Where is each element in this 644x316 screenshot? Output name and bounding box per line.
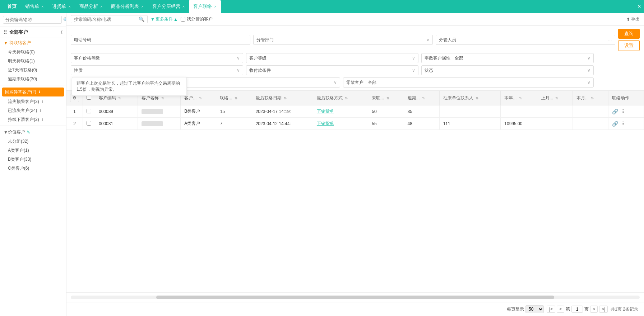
sort-type-icon[interactable]: ⇅ xyxy=(199,96,202,100)
nav-product-analysis[interactable]: 商品分析 × xyxy=(75,0,107,13)
per-page-select[interactable]: 10 20 50 100 xyxy=(525,305,544,313)
sort-last-date-icon[interactable]: ⇅ xyxy=(284,96,287,100)
filter-scattered-attr[interactable]: 零散客户属性 全部 ∨ xyxy=(421,53,594,63)
sidebar-group-value[interactable]: ▼ 价值客户 ✎ xyxy=(0,127,66,137)
first-page-btn[interactable]: |< xyxy=(547,306,555,313)
sidebar-item-lost[interactable]: 已流失客户(24) ℹ xyxy=(0,106,66,115)
sidebar-item-today[interactable]: 今天待联络(0) xyxy=(0,48,66,57)
row1-contact-count: 15 xyxy=(216,105,252,118)
row2-select-checkbox[interactable] xyxy=(87,121,91,126)
adv-filter-row-3: 性质 ∨ 收付款条件 ∨ 状态 ∨ xyxy=(71,65,640,75)
row1-link-icon[interactable]: 🔗 xyxy=(612,109,618,114)
set-button[interactable]: 设置 xyxy=(618,40,640,51)
sidebar-item-a-class[interactable]: A类客户(1) xyxy=(0,146,66,155)
close-product-list-icon[interactable]: × xyxy=(141,4,143,9)
sidebar-search-icon[interactable]: 🔍 xyxy=(63,17,66,23)
search-input[interactable] xyxy=(74,17,139,22)
sidebar-collapse-btn[interactable]: 《 xyxy=(59,30,62,35)
sort-code-icon[interactable]: ⇅ xyxy=(118,96,121,100)
chevron-down-icon-dept: ∨ xyxy=(426,37,430,42)
sort-name-icon[interactable]: ⇅ xyxy=(161,96,164,100)
sidebar-item-loss-warning[interactable]: 流失预警客户(3) ℹ xyxy=(0,97,66,106)
row2-this-year: 10995.00 xyxy=(501,118,537,130)
filter-payment[interactable]: 收付款条件 ∨ xyxy=(246,65,418,75)
sort-contacts-icon[interactable]: ⇅ xyxy=(476,96,478,100)
ellipsis-icon: … xyxy=(608,37,612,42)
query-button[interactable]: 查询 xyxy=(618,29,640,39)
nav-customer-contact[interactable]: 客户联络 × xyxy=(189,0,221,13)
sidebar-item-ungroup[interactable]: 未分组(32) xyxy=(0,137,66,146)
chevron-down-icon-scattered: ∨ xyxy=(587,56,590,61)
sidebar-item-7days[interactable]: 近7天待联络(0) xyxy=(0,66,66,75)
sidebar-item-tomorrow[interactable]: 明天待联络(1) xyxy=(0,57,66,66)
nav-customer-tier[interactable]: 客户分层经营 × xyxy=(148,0,189,13)
row1-select-checkbox[interactable] xyxy=(87,109,91,113)
filter-person[interactable]: 分管人员 … xyxy=(436,35,615,45)
sidebar-item-declining[interactable]: 持续下滑客户(2) ℹ xyxy=(0,115,66,124)
sort-last-month-icon[interactable]: ⇅ xyxy=(555,96,558,100)
filter-scattered-customer[interactable]: 零散客户 全部 ∨ xyxy=(343,77,594,88)
chevron-down-icon-nature: ∨ xyxy=(237,68,240,73)
close-product-icon[interactable]: × xyxy=(100,4,102,9)
main-layout: 🔍 ⠿ 全部客户 《 ▼ 待联络客户 今天待联络(0) 明天待联络(1) 近7天… xyxy=(0,13,644,316)
filter-phone[interactable]: 电话号码 xyxy=(71,35,250,45)
next-page-btn[interactable]: > xyxy=(590,306,598,313)
my-customers-checkbox-wrap: 我分管的客户 xyxy=(181,16,213,22)
more-filter-btn[interactable]: ▼ 更多条件 ▲ xyxy=(150,16,178,22)
tooltip-box: 距客户上次交易时长，超过了此客户的平均交易周期的1.5倍，则视为异常。 xyxy=(72,77,187,96)
page-input[interactable] xyxy=(571,306,583,313)
table-row: 2 000031 A类客户 7 2023-04-12 14:44: 下销货单 5… xyxy=(66,118,644,130)
sort-this-year-icon[interactable]: ⇅ xyxy=(519,96,522,100)
sidebar-search-input[interactable] xyxy=(3,16,62,24)
export-btn[interactable]: ⬆ 导出 xyxy=(626,16,640,22)
nav-product-list[interactable]: 商品分析列表 × xyxy=(107,0,148,13)
grid-icon: ⠿ xyxy=(4,30,7,35)
nav-home[interactable]: 首页 xyxy=(3,0,21,13)
row1-last-type[interactable]: 下销货单 xyxy=(313,105,368,118)
row2-last-date: 2023-04-12 14:44: xyxy=(252,118,313,130)
row2-phone-icon[interactable]: ⠿ xyxy=(621,121,625,127)
sidebar-item-repurchase-abnormal[interactable]: 回购异常客户(2) ℹ xyxy=(2,88,64,96)
col-last-type: 最后联络方式 ⇅ xyxy=(313,91,368,105)
nav-purchase[interactable]: 进货单 × xyxy=(48,0,75,13)
prev-page-btn[interactable]: < xyxy=(557,306,564,313)
edit-icon[interactable]: ✎ xyxy=(27,130,30,135)
close-customer-contact-icon[interactable]: × xyxy=(214,4,216,9)
sort-no-contact-icon[interactable]: ⇅ xyxy=(386,96,389,100)
sort-this-month-icon[interactable]: ⇅ xyxy=(591,96,594,100)
app-close-icon[interactable]: × xyxy=(637,3,641,10)
row1-actions: 🔗 ⠿ xyxy=(608,105,644,118)
sort-contact-count-icon[interactable]: ⇅ xyxy=(235,96,237,100)
sort-overdue-icon[interactable]: ⇅ xyxy=(422,96,425,100)
row2-link-icon[interactable]: 🔗 xyxy=(612,121,618,127)
sidebar-item-b-class[interactable]: B类客户(33) xyxy=(0,155,66,164)
row1-last-month xyxy=(537,105,573,118)
info-icon-1: ℹ xyxy=(42,100,43,104)
all-customers-title: ⠿ 全部客户 《 xyxy=(0,27,66,38)
close-purchase-icon[interactable]: × xyxy=(68,4,70,9)
row1-contacts xyxy=(439,105,501,118)
filter-nature[interactable]: 性质 ∨ xyxy=(71,65,243,75)
row1-phone-icon[interactable]: ⠿ xyxy=(621,109,625,114)
col-this-month: 本月... ⇅ xyxy=(573,91,608,105)
filter-status[interactable]: 状态 ∨ xyxy=(421,65,594,75)
row1-this-month xyxy=(573,105,608,118)
row2-last-type[interactable]: 下销货单 xyxy=(313,118,368,130)
close-customer-tier-icon[interactable]: × xyxy=(182,4,185,9)
filter-dept[interactable]: 分管部门 ∨ xyxy=(253,35,433,45)
sort-last-type-icon[interactable]: ⇅ xyxy=(345,96,348,100)
pagination: 每页显示 10 20 50 100 |< < 第 页 > >| 共1页 2条记录 xyxy=(66,302,644,316)
info-icon-3: ℹ xyxy=(42,118,43,122)
row1-type: B类客户 xyxy=(181,105,216,118)
sidebar-group-pending[interactable]: ▼ 待联络客户 xyxy=(0,38,66,48)
sidebar-item-overdue[interactable]: 逾期未联络(30) xyxy=(0,75,66,84)
filter-customer-level[interactable]: 客户等级 ∨ xyxy=(246,53,418,63)
nav-sales[interactable]: 销售单 × xyxy=(21,0,48,13)
sidebar-item-c-class[interactable]: C类客户(6) xyxy=(0,164,66,173)
last-page-btn[interactable]: >| xyxy=(599,306,608,313)
my-customers-checkbox[interactable] xyxy=(181,17,185,22)
search-icon[interactable]: 🔍 xyxy=(139,16,144,22)
filter-price-level[interactable]: 客户价格等级 ∨ xyxy=(71,53,243,63)
close-sales-icon[interactable]: × xyxy=(41,4,43,9)
content-area: 🔍 ▼ 更多条件 ▲ 我分管的客户 ⬆ 导出 电话号码 xyxy=(66,13,644,316)
